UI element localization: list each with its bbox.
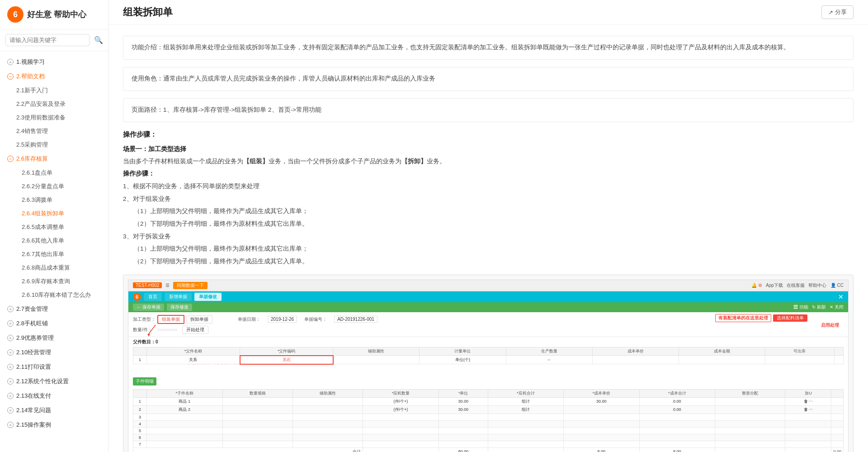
share-label: 分享 (835, 8, 847, 16)
sidebar-item-operation[interactable]: + 2.10经营管理 (0, 345, 108, 360)
sidebar-item-assembly[interactable]: 2.6.4组装拆卸单 (0, 207, 108, 220)
sidebar-item-inventory[interactable]: − 2.6库存核算 (0, 152, 108, 166)
mock-no-label: 单据编号： (304, 316, 327, 323)
sidebar-item-split-stocktake[interactable]: 2.6.2分量盘点单 (0, 180, 108, 193)
app-name: 好生意 帮助中心 (27, 9, 86, 20)
sidebar-item-label: 2.6库存核算 (16, 155, 48, 163)
sidebar-item-stock-fix[interactable]: 2.6.10库存账本错了怎么办 (0, 288, 108, 302)
sidebar-item-label: 2.10经营管理 (16, 348, 51, 357)
main-header: 组装拆卸单 ↗ 分享 (108, 0, 868, 25)
step-item: 3、对于拆装业务 (123, 231, 854, 243)
sidebar-item-video[interactable]: + 1.视频学习 (0, 55, 108, 69)
sidebar-item-stocktake[interactable]: 2.6.1盘点单 (0, 166, 108, 180)
mock-toolbar-back: ← 保存单据 (133, 304, 164, 311)
sidebar-item-label: 2.9优惠券管理 (16, 334, 54, 342)
mock-nav-home: 首页 (144, 293, 162, 301)
mock-parent-table: *父件名称 *父件编码 辅助属性 计量单位 生产数量 成本单价 成本金额 可出库 (133, 347, 844, 365)
scenario1-title: 场景一：加工类型选择 (123, 145, 854, 153)
logo-area: 6 好生意 帮助中心 (0, 0, 108, 29)
sidebar-item-newbie[interactable]: 2.1新手入门 (0, 84, 108, 97)
svg-line-0 (149, 325, 156, 334)
mock-help: App下载 在线客服 帮助中心 👤 CC (766, 282, 844, 289)
sidebar-item-data-prep[interactable]: 2.3使用前数据准备 (0, 111, 108, 124)
screenshot-container: TEST-H002 ☰ 同期数据一下 🔔 ⚙ App下载 在线客服 帮助中心 👤… (123, 275, 854, 452)
sidebar-item-label: 2.帮助文档 (16, 72, 45, 81)
plus-icon-pers: + (7, 378, 14, 385)
plus-icon-mobile: + (7, 320, 14, 327)
sidebar-item-install[interactable]: 2.2产品安装及登录 (0, 97, 108, 111)
sidebar-item-label: 2.14常见问题 (16, 406, 51, 414)
mock-child-table: *子件名称 数量规格 辅助属性 *应耗数量 *单位 *应耗合计 *成本单价 *成… (133, 389, 844, 452)
sidebar-item-cost-recalc[interactable]: 2.6.8商品成本重算 (0, 261, 108, 275)
mock-logo-small: 6 (133, 293, 141, 301)
page-title: 组装拆卸单 (123, 5, 173, 19)
svg-marker-1 (147, 334, 150, 337)
sidebar-item-print[interactable]: + 2.11打印设置 (0, 360, 108, 374)
sidebar-item-finance[interactable]: + 2.7资金管理 (0, 302, 108, 316)
plus-icon-faq: + (7, 407, 14, 414)
sidebar-item-stock-ledger[interactable]: 2.6.9库存账本查询 (0, 275, 108, 288)
role-intro-text: 使用角色：通常由生产人员或库管人员完成拆装业务的操作，库管人员确认原材料的出库和… (132, 75, 435, 82)
sidebar-item-personalize[interactable]: + 2.12系统个性化设置 (0, 374, 108, 389)
mock-close-icon: ✕ (838, 293, 844, 300)
sidebar-item-docs[interactable]: − 2.帮助文档 (0, 69, 108, 84)
sidebar-item-cases[interactable]: + 2.15操作案例 (0, 418, 108, 432)
sidebar-item-label: 2.12系统个性化设置 (16, 377, 69, 385)
annotation-bom: 有装配清单的在这里处理 (715, 314, 771, 322)
sidebar-item-coupon[interactable]: + 2.9优惠券管理 (0, 331, 108, 345)
plus-icon-finance: + (7, 306, 14, 312)
sidebar-item-other-out[interactable]: 2.6.7其他出库单 (0, 247, 108, 261)
mock-select-btn: 选择配料清单 (773, 314, 807, 322)
plus-icon-op: + (7, 349, 14, 356)
mock-type-disasm: 拆卸单据 (186, 315, 212, 324)
mock-toolbar-extra: ☰ 功能 ↻ 刷新 ✕ 关闭 (793, 304, 844, 310)
mock-orange-tab: 同期数据一下 (173, 282, 208, 289)
sidebar-item-other-in[interactable]: 2.6.6其他入库单 (0, 234, 108, 247)
mock-type-label: 加工类型： (133, 316, 156, 323)
annotation-enable: 启用处理 (821, 322, 839, 328)
step-sub-item: （1）上部明细为父件明细，最终作为产成品生成其它入库单； (123, 205, 854, 217)
search-input[interactable] (5, 34, 90, 46)
plus-icon: + (7, 59, 14, 65)
sidebar-item-label: 1.视频学习 (16, 58, 45, 66)
search-button[interactable]: 🔍 (92, 36, 105, 44)
mock-date-label: 单据日期： (238, 316, 260, 323)
search-area: 🔍 (0, 29, 108, 51)
sidebar-item-label: 2.15操作案例 (16, 421, 51, 429)
sidebar-item-cost-adj[interactable]: 2.6.5成本调整单 (0, 220, 108, 234)
logo-icon: 6 (7, 6, 24, 23)
function-intro-block: 功能介绍：组装拆卸单用来处理企业组装或拆卸等加工业务，支持有固定装配清单的产品加… (123, 36, 854, 60)
sidebar-section-docs: − 2.帮助文档 2.1新手入门 2.2产品安装及登录 2.3使用前数据准备 2… (0, 69, 108, 432)
step-item: 2、对于组装业务 (123, 193, 854, 205)
mock-icons: 🔔 ⚙ (751, 283, 762, 288)
plus-icon-cases: + (7, 422, 14, 428)
sidebar-item-transfer[interactable]: 2.6.3调拨单 (0, 193, 108, 207)
sidebar-item-faq[interactable]: + 2.14常见问题 (0, 403, 108, 418)
sidebar: 6 好生意 帮助中心 🔍 + 1.视频学习 − 2.帮助文档 2.1新手入门 2… (0, 0, 108, 452)
scenario1-desc: 当由多个子件材料组装成一个成品的业务为【组装】业务，当由一个父件拆分成多个子产品… (123, 156, 854, 167)
sidebar-item-payment[interactable]: + 2.13在线支付 (0, 389, 108, 403)
sidebar-item-label: 2.11打印设置 (16, 363, 51, 371)
minus-icon: − (7, 73, 14, 80)
mock-date-value: 2019-12-26 (268, 316, 297, 323)
mock-nav-purchase: 新增单据 (165, 293, 192, 301)
step-item: 1、根据不同的业务，选择不同单据的类型来处理 (123, 181, 854, 192)
sidebar-item-purchase[interactable]: 2.5采购管理 (0, 138, 108, 152)
sidebar-item-sales[interactable]: 2.4销售管理 (0, 124, 108, 138)
plus-icon-pay: + (7, 393, 14, 399)
main-content: 功能介绍：组装拆卸单用来处理企业组装或拆卸等加工业务，支持有固定装配清单的产品加… (108, 25, 868, 452)
sidebar-nav: + 1.视频学习 − 2.帮助文档 2.1新手入门 2.2产品安装及登录 2.3… (0, 51, 108, 452)
role-intro-block: 使用角色：通常由生产人员或库管人员完成拆装业务的操作，库管人员确认原材料的出库和… (123, 67, 854, 91)
sidebar-item-label: 2.13在线支付 (16, 392, 51, 400)
plus-icon-print: + (7, 364, 14, 370)
plus-icon-coupon: + (7, 335, 14, 341)
path-intro-block: 页面路径：1、库存核算->库存管理->组装拆卸单 2、首页->常用功能 (123, 98, 854, 122)
sidebar-item-mobile[interactable]: + 2.8手机旺铺 (0, 316, 108, 331)
ops-steps-subtitle: 操作步骤： (123, 170, 854, 178)
step-sub-item: （2）下部明细为子件明细，最终作为产成品生成其它入库单。 (123, 256, 854, 267)
mock-nav-icon: ☰ (165, 283, 170, 288)
sidebar-section-video: + 1.视频学习 (0, 55, 108, 69)
step-sub-item: （1）上部明细为父件明细，最终作为原材料生成其它出库单； (123, 243, 854, 255)
share-button[interactable]: ↗ 分享 (821, 5, 854, 19)
mock-type-assemble: 组装单据 (157, 315, 184, 324)
